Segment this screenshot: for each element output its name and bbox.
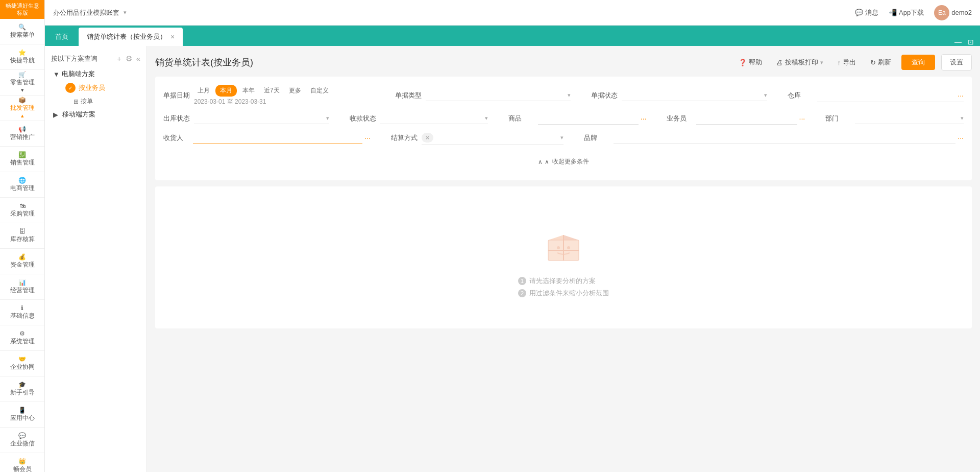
date-btn-more[interactable]: 更多 [285, 85, 305, 97]
tab-active[interactable]: 销货单统计表（按业务员） × [79, 28, 183, 46]
salesperson-input[interactable] [696, 112, 797, 125]
refresh-button[interactable]: ↻ 刷新 [866, 56, 895, 69]
mobile-expand-icon: ▶ [53, 111, 58, 119]
tab-minimize-icon[interactable]: — [954, 38, 962, 46]
content-area: 按以下方案查询 + ⚙ « ▼ 电脑端方案 ✓ 按业务员 ⊞ 按单 [45, 46, 980, 472]
scheme-sub-child-by-order[interactable]: ⊞ 按单 [49, 95, 142, 108]
goods-input[interactable] [538, 112, 639, 125]
print-dropdown-icon[interactable]: ▾ [820, 59, 823, 66]
sidebar-item-ecommerce[interactable]: 🌐 电商管理 [0, 172, 44, 198]
sidebar-item-wechat[interactable]: 💬 企业微信 [0, 428, 44, 453]
right-content: 销货单统计表(按业务员) ❓ 帮助 🖨 按模板打印 ▾ ↑ 导出 [147, 46, 980, 472]
apps-icon: 📱 [18, 407, 26, 414]
consignee-ellipsis[interactable]: ··· [364, 134, 371, 142]
filter-item-doc-type: 单据类型 ▾ [395, 90, 571, 101]
scheme-child-salesperson-label: 按业务员 [79, 83, 105, 92]
setting-button[interactable]: 设置 [941, 54, 972, 70]
retail-icon: 🛒 [18, 71, 26, 78]
filter-row-2: 出库状态 ▾ 收款状态 ▾ [163, 112, 964, 125]
empty-tip-2: 2 用过滤条件来缩小分析范围 [518, 289, 609, 298]
scheme-child-salesperson[interactable]: ✓ 按业务员 [49, 81, 142, 95]
help-button[interactable]: ❓ 帮助 [734, 56, 766, 69]
goods-ellipsis[interactable]: ··· [641, 114, 647, 123]
operations-icon: 📊 [18, 279, 26, 286]
sidebar-item-quick-nav[interactable]: ⭐ 快捷导航 [0, 44, 44, 70]
goods-label: 商品 [508, 114, 534, 123]
tab-expand-icon[interactable]: ⊡ [968, 38, 974, 46]
quick-nav-icon: ⭐ [18, 49, 26, 56]
sidebar-item-system[interactable]: ⚙ 系统管理 [0, 325, 44, 351]
out-status-select[interactable]: ▾ [194, 113, 329, 124]
query-button[interactable]: 查询 [901, 55, 935, 70]
scheme-parent-pc[interactable]: ▼ 电脑端方案 [49, 67, 142, 81]
date-btn-custom[interactable]: 自定义 [307, 85, 332, 97]
collect-status-label: 收款状态 [350, 114, 376, 123]
sidebar-item-search[interactable]: 🔍 搜索菜单 [0, 19, 44, 44]
date-btn-last-month[interactable]: 上月 [194, 85, 213, 97]
date-btn-7days[interactable]: 近7天 [260, 85, 283, 97]
settlement-select[interactable]: × ▾ [422, 131, 564, 145]
sidebar-item-wholesale[interactable]: 📦 批发管理 ▴ [0, 96, 44, 121]
sidebar-item-finance[interactable]: 💰 资金管理 [0, 249, 44, 274]
date-btn-current-month[interactable]: 本月 [215, 85, 237, 97]
filter-item-out-status: 出库状态 ▾ [163, 113, 329, 124]
brand-ellipsis[interactable]: ··· [958, 134, 964, 142]
collect-status-select[interactable]: ▾ [380, 113, 488, 124]
empty-tips-container: 1 请先选择要分析的方案 2 用过滤条件来缩小分析范围 [518, 276, 609, 298]
consignee-label: 收货人 [163, 133, 189, 143]
warehouse-ellipsis[interactable]: ··· [958, 91, 964, 100]
sidebar-item-retail[interactable]: 🛒 零售管理 ▾ [0, 70, 44, 96]
doc-status-select[interactable]: ▾ [622, 90, 767, 101]
sidebar-item-inventory[interactable]: 🗄 库存核算 [0, 223, 44, 249]
logo-area[interactable]: 畅捷通好生意 标版 [0, 0, 44, 19]
tab-close-icon[interactable]: × [170, 33, 175, 41]
doc-type-select[interactable]: ▾ [426, 90, 571, 101]
message-button[interactable]: 💬 消息 [855, 8, 878, 17]
user-menu[interactable]: Ea demo2 [934, 5, 972, 20]
app-download-button[interactable]: 📲 App下载 [889, 8, 924, 17]
sidebar-item-operations[interactable]: 📊 经营管理 [0, 274, 44, 300]
left-panel: 按以下方案查询 + ⚙ « ▼ 电脑端方案 ✓ 按业务员 ⊞ 按单 [45, 46, 147, 472]
sidebar-item-basic[interactable]: ℹ 基础信息 [0, 300, 44, 325]
message-icon: 💬 [855, 9, 863, 16]
add-scheme-icon[interactable]: + [117, 54, 121, 63]
sidebar-item-marketing[interactable]: 📢 营销推广 [0, 121, 44, 147]
filter-row-1: 单据日期 上月 本月 本年 近7天 更多 自定义 [163, 85, 964, 106]
sidebar-item-purchase[interactable]: 🛍 采购管理 [0, 198, 44, 223]
sidebar-item-member[interactable]: 👑 畅会员 [0, 453, 44, 472]
warehouse-select[interactable]: ··· [817, 89, 964, 102]
scheme-section: ▼ 电脑端方案 ✓ 按业务员 ⊞ 按单 ▶ 移动端方案 [45, 67, 146, 121]
scheme-parent-mobile[interactable]: ▶ 移动端方案 [49, 108, 142, 121]
app-name-dropdown-icon[interactable]: ▾ [124, 9, 127, 16]
salesperson-ellipsis[interactable]: ··· [799, 114, 805, 123]
basic-icon: ℹ [21, 304, 23, 312]
doc-status-label: 单据状态 [591, 91, 618, 100]
app-name-label: 办公用品行业模拟账套 [53, 8, 119, 17]
empty-tip-1: 1 请先选择要分析的方案 [518, 276, 609, 286]
tabbar-actions: — ⊡ [954, 38, 980, 46]
filter-bottom-area: ∧ ∧ 收起更多条件 [163, 151, 964, 172]
out-status-label: 出库状态 [163, 114, 190, 123]
print-button[interactable]: 🖨 按模板打印 ▾ [772, 56, 827, 69]
settings-scheme-icon[interactable]: ⚙ [126, 54, 132, 63]
sidebar-item-apps[interactable]: 📱 应用中心 [0, 402, 44, 428]
empty-state: 1 请先选择要分析的方案 2 用过滤条件来缩小分析范围 [155, 186, 972, 328]
filter-row-3: 收货人 ··· 结算方式 × ▾ [163, 131, 964, 145]
sidebar-item-enterprise[interactable]: 🤝 企业协同 [0, 351, 44, 376]
settlement-tag-x[interactable]: × [426, 134, 430, 141]
tip-num-1: 1 [518, 277, 526, 285]
sidebar-item-sales[interactable]: 💹 销售管理 [0, 147, 44, 172]
left-panel-title: 按以下方案查询 [51, 54, 97, 63]
collect-status-chevron: ▾ [485, 115, 488, 122]
refresh-icon: ↻ [870, 59, 876, 66]
consignee-input[interactable] [193, 132, 362, 144]
collapse-panel-icon[interactable]: « [136, 54, 140, 63]
date-btn-current-year[interactable]: 本年 [239, 85, 258, 97]
sidebar-item-newbie[interactable]: 🎓 新手引导 [0, 376, 44, 402]
dept-select[interactable]: ▾ [855, 113, 964, 124]
settlement-label: 结算方式 [391, 133, 418, 143]
brand-input[interactable] [614, 132, 955, 144]
tab-home[interactable]: 首页 [45, 28, 79, 46]
export-button[interactable]: ↑ 导出 [834, 56, 861, 69]
collapse-button[interactable]: ∧ ∧ 收起更多条件 [163, 153, 964, 170]
